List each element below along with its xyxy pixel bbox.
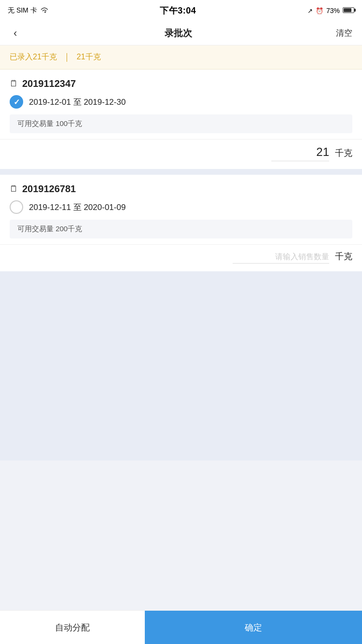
battery-icon: [343, 7, 354, 14]
bottom-actions: 自动分配 确定: [0, 610, 362, 644]
batch-1-quantity-input[interactable]: [271, 145, 329, 159]
carrier-label: 无 SIM 卡: [8, 6, 37, 15]
batch-2-date: 2019-12-11 至 2020-01-09: [29, 202, 125, 213]
batch-card-2: 🗒 2019126781 2019-12-11 至 2020-01-09 可用交…: [0, 175, 362, 271]
location-icon: ↗: [307, 7, 313, 14]
batch-2-date-row: 2019-12-11 至 2020-01-09: [0, 197, 362, 218]
alarm-icon: ⏰: [316, 7, 323, 14]
status-time: 下午3:04: [160, 5, 196, 16]
batch-1-available: 可用交易量 100千克: [10, 114, 352, 133]
nav-bar: ‹ 录批次 清空: [0, 21, 362, 45]
summary-divider: [67, 53, 67, 62]
batch-2-quantity-row: 千克: [0, 244, 362, 271]
batch-1-header: 🗒 2019112347: [0, 70, 362, 92]
doc-icon-1: 🗒: [10, 79, 18, 89]
confirm-button[interactable]: 确定: [145, 611, 362, 644]
batch-2-header: 🗒 2019126781: [0, 175, 362, 197]
recorded-label: 已录入21千克: [10, 52, 57, 62]
batch-1-number: 2019112347: [22, 78, 76, 89]
battery-label: 73%: [326, 7, 340, 14]
batch-2-checkbox[interactable]: [10, 200, 23, 214]
status-left: 无 SIM 卡: [8, 6, 49, 15]
total-label: 21千克: [77, 52, 101, 62]
batch-1-checkbox[interactable]: [10, 95, 23, 109]
back-button[interactable]: ‹: [10, 23, 21, 43]
doc-icon-2: 🗒: [10, 184, 18, 194]
clear-button[interactable]: 清空: [336, 28, 352, 39]
batch-1-quantity-underline: [271, 145, 329, 161]
batch-1-date: 2019-12-01 至 2019-12-30: [29, 97, 125, 108]
empty-area: [0, 277, 362, 461]
batch-1-date-row: 2019-12-01 至 2019-12-30: [0, 92, 362, 112]
status-right: ↗ ⏰ 73%: [307, 7, 354, 14]
batch-2-available: 可用交易量 200千克: [10, 220, 352, 238]
batch-separator-1: [0, 169, 362, 175]
status-bar: 无 SIM 卡 下午3:04 ↗ ⏰ 73%: [0, 0, 362, 21]
batch-2-quantity-input[interactable]: [233, 252, 329, 261]
batch-separator-2: [0, 271, 362, 277]
batch-2-number: 2019126781: [22, 183, 76, 195]
batch-2-quantity-underline: [233, 252, 329, 264]
batch-1-unit: 千克: [335, 147, 352, 159]
batch-card-1: 🗒 2019112347 2019-12-01 至 2019-12-30 可用交…: [0, 70, 362, 169]
wifi-signal: [40, 7, 49, 15]
page-title: 录批次: [165, 27, 192, 40]
batch-2-unit: 千克: [335, 251, 352, 262]
batch-1-quantity-row: 千克: [0, 139, 362, 169]
summary-bar: 已录入21千克 21千克: [0, 45, 362, 70]
auto-distribute-button[interactable]: 自动分配: [0, 611, 145, 644]
